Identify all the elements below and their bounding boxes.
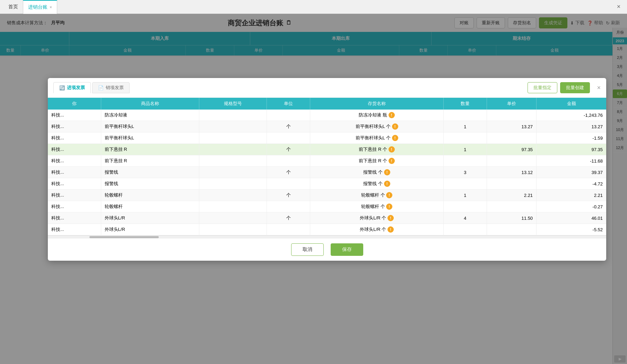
cell-company: 科技...: [48, 167, 101, 178]
warning-icon[interactable]: !: [389, 112, 395, 118]
modal-scroll-thumb[interactable]: [89, 236, 159, 238]
tab-ledger-close[interactable]: ×: [50, 5, 52, 10]
cell-product-name: 报警线: [101, 178, 199, 190]
warning-icon[interactable]: !: [386, 192, 392, 198]
modal-header: 🔄 进项发票 📄 销项发票 批量指定 批量创建 ×: [48, 78, 606, 98]
warning-icon[interactable]: !: [386, 203, 392, 210]
cell-inventory-name: 防冻冷却液 瓶 !: [310, 110, 443, 121]
cell-product-name: 前下悬挂 R: [101, 144, 199, 155]
warning-icon[interactable]: !: [384, 181, 390, 187]
modal-tabs: 🔄 进项发票 📄 销项发票: [53, 82, 130, 93]
table-row: 科技...前平衡杆球头L个前平衡杆球头L 个 !113.2713.27: [48, 121, 606, 132]
cell-spec: [199, 155, 267, 167]
tab-purchase-invoice[interactable]: 🔄 进项发票: [53, 82, 91, 93]
purchase-tab-label: 进项发票: [67, 85, 85, 91]
cell-inventory-name: 前平衡杆球头L 个 !: [310, 132, 443, 144]
cell-amount: 2.21: [537, 190, 606, 201]
cell-company: 科技...: [48, 213, 101, 224]
col-header-qty: 数量: [443, 98, 487, 110]
col-header-amount: 金额: [537, 98, 606, 110]
tab-ledger[interactable]: 进销台账 ×: [23, 0, 57, 14]
table-row: 科技...轮毂螺杆轮毂螺杆 个 !-0.27: [48, 201, 606, 213]
cell-qty: 1: [443, 121, 487, 132]
cell-spec: [199, 121, 267, 132]
cell-company: 科技...: [48, 121, 101, 132]
tab-home-label: 首页: [8, 4, 18, 10]
modal-scrollbar[interactable]: [48, 235, 606, 238]
cell-product-name: 防冻冷却液: [101, 110, 199, 121]
modal-table-wrap[interactable]: 你 商品名称 规格型号 单位 存货名称 数量 单价 金额 科技...防冻冷却液防…: [48, 98, 606, 235]
invoice-table: 你 商品名称 规格型号 单位 存货名称 数量 单价 金额 科技...防冻冷却液防…: [48, 98, 606, 235]
cell-amount: -1,243.76: [537, 110, 606, 121]
cell-inventory-name: 外球头L/R 个 !: [310, 224, 443, 235]
cell-spec: [199, 178, 267, 190]
table-row: 科技...报警线报警线 个 !-4.72: [48, 178, 606, 190]
cell-price: [487, 155, 537, 167]
warning-icon[interactable]: !: [392, 123, 398, 130]
cell-price: [487, 201, 537, 213]
table-row: 科技...前下悬挂 R前下悬挂 R 个 !-11.68: [48, 155, 606, 167]
cell-spec: [199, 224, 267, 235]
cell-qty: 4: [443, 213, 487, 224]
warning-icon[interactable]: !: [387, 226, 394, 233]
tab-bar: 首页 进销台账 × ×: [0, 0, 627, 14]
cell-company: 科技...: [48, 144, 101, 155]
table-row: 科技...外球头L/R外球头L/R 个 !-5.52: [48, 224, 606, 235]
cell-unit: [267, 178, 310, 190]
table-row: 科技...轮毂螺杆个轮毂螺杆 个 !12.212.21: [48, 190, 606, 201]
modal-close-button[interactable]: ×: [597, 84, 601, 92]
cell-product-name: 外球头L/R: [101, 224, 199, 235]
cell-company: 科技...: [48, 178, 101, 190]
cell-qty: 1: [443, 190, 487, 201]
warning-icon[interactable]: !: [389, 158, 395, 164]
cell-inventory-name: 轮毂螺杆 个 !: [310, 190, 443, 201]
cell-qty: 3: [443, 167, 487, 178]
cell-company: 科技...: [48, 201, 101, 213]
batch-specify-button[interactable]: 批量指定: [528, 82, 557, 93]
col-header-spec: 规格型号: [199, 98, 267, 110]
cell-inventory-name: 前下悬挂 R 个 !: [310, 155, 443, 167]
tab-sales-invoice[interactable]: 📄 销项发票: [92, 82, 130, 93]
col-header-inventory-name: 存货名称: [310, 98, 443, 110]
cell-company: 科技...: [48, 155, 101, 167]
sales-tab-label: 销项发票: [106, 85, 124, 91]
cell-amount: 97.35: [537, 144, 606, 155]
cell-price: 97.35: [487, 144, 537, 155]
cell-price: 13.12: [487, 167, 537, 178]
table-row: 科技...前平衡杆球头L前平衡杆球头L 个 !-1.59: [48, 132, 606, 144]
cell-unit: 个: [267, 190, 310, 201]
cell-spec: [199, 144, 267, 155]
cell-unit: [267, 132, 310, 144]
warning-icon[interactable]: !: [384, 169, 390, 175]
cancel-button[interactable]: 取消: [291, 243, 324, 256]
cell-company: 科技...: [48, 132, 101, 144]
tab-home[interactable]: 首页: [3, 0, 23, 14]
cell-price: [487, 178, 537, 190]
cell-price: 2.21: [487, 190, 537, 201]
cell-spec: [199, 190, 267, 201]
cell-inventory-name: 报警线 个 !: [310, 178, 443, 190]
cell-amount: 39.37: [537, 167, 606, 178]
col-header-company: 你: [48, 98, 101, 110]
warning-icon[interactable]: !: [392, 135, 398, 141]
cell-product-name: 轮毂螺杆: [101, 190, 199, 201]
save-button[interactable]: 保存: [331, 243, 363, 256]
cell-qty: [443, 201, 487, 213]
cell-amount: -4.72: [537, 178, 606, 190]
cell-unit: 个: [267, 167, 310, 178]
warning-icon[interactable]: !: [387, 215, 394, 221]
cell-product-name: 外球头L/R: [101, 213, 199, 224]
cell-product-name: 前平衡杆球头L: [101, 132, 199, 144]
cell-unit: [267, 155, 310, 167]
cell-amount: 46.01: [537, 213, 606, 224]
window-close-button[interactable]: ×: [614, 2, 624, 12]
cell-amount: -0.27: [537, 201, 606, 213]
cell-unit: [267, 110, 310, 121]
cell-spec: [199, 201, 267, 213]
warning-icon[interactable]: !: [389, 146, 395, 153]
cell-price: [487, 110, 537, 121]
batch-create-button[interactable]: 批量创建: [560, 82, 590, 93]
cell-product-name: 轮毂螺杆: [101, 201, 199, 213]
cell-price: 11.50: [487, 213, 537, 224]
cell-unit: 个: [267, 144, 310, 155]
